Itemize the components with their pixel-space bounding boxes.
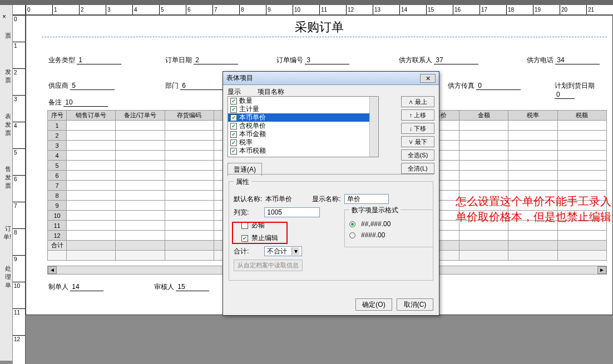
list-item[interactable]: ✔主计量 bbox=[228, 105, 378, 113]
label-fmt2: ####.00 bbox=[361, 231, 385, 239]
annotation-text: 怎么设置这个单价不能手工录入，单价取价格本，但是也禁止编辑。 bbox=[456, 193, 613, 225]
combo-sum[interactable]: 不合计▾ bbox=[264, 246, 302, 256]
chevron-down-icon: ▾ bbox=[291, 247, 299, 255]
value: 0 bbox=[555, 91, 575, 99]
checkbox-icon[interactable]: ✔ bbox=[230, 106, 237, 113]
checkbox-icon[interactable]: ✔ bbox=[230, 123, 237, 129]
value: 10 bbox=[63, 98, 108, 107]
value: 1 bbox=[77, 56, 121, 64]
dialog-titlebar[interactable]: 表体项目 ✕ bbox=[223, 72, 439, 85]
label: 业务类型 bbox=[48, 56, 75, 65]
close-icon[interactable]: ✕ bbox=[420, 74, 436, 83]
value: 0 bbox=[476, 82, 521, 90]
ok-button[interactable]: 确定(O) bbox=[355, 298, 392, 311]
field-orderno[interactable]: 订单编号 3 bbox=[276, 56, 349, 65]
btn-readcustom: 从自定档案中读取信息 bbox=[234, 260, 303, 271]
label: 订单编号 bbox=[276, 56, 303, 65]
radio-fmt1[interactable] bbox=[349, 221, 355, 227]
ruler-vertical: 0123456789101112 bbox=[13, 15, 26, 364]
label: 审核人 bbox=[154, 283, 174, 291]
highlight-box bbox=[232, 222, 288, 244]
ruler-corner bbox=[13, 5, 26, 15]
value: 37 bbox=[434, 56, 478, 64]
list-scrollbar[interactable] bbox=[369, 97, 378, 157]
btn-bottom[interactable]: ∨ 最下 bbox=[401, 136, 434, 147]
value: 3 bbox=[305, 56, 349, 64]
btn-up[interactable]: ↑ 上移 bbox=[401, 109, 434, 121]
btn-selectall[interactable]: 全选(S) bbox=[401, 149, 434, 161]
list-item[interactable]: ✔本币单价 bbox=[228, 113, 378, 122]
btn-down[interactable]: ↓ 下移 bbox=[401, 123, 434, 134]
ruler-horizontal: 012345678910111213141516171819202122 bbox=[26, 5, 613, 15]
col-show: 显示 bbox=[228, 87, 241, 97]
input-colwidth[interactable] bbox=[264, 207, 320, 217]
dialog-title: 表体项目 bbox=[226, 73, 253, 83]
checkbox-icon[interactable]: ✔ bbox=[230, 114, 237, 121]
cancel-button[interactable]: 取消(C) bbox=[397, 298, 433, 311]
label: 计划到货日期 bbox=[555, 81, 595, 91]
dialog-footer: 确定(O) 取消(C) bbox=[355, 298, 433, 311]
label-defname: 默认名称: bbox=[234, 195, 262, 204]
label: 部门 bbox=[165, 81, 179, 91]
field-list[interactable]: ✔数量✔主计量✔本币单价✔含税单价✔本币金额✔税率✔本币税额 bbox=[228, 96, 379, 157]
value: 14 bbox=[70, 283, 103, 291]
group-legend: 属性 bbox=[234, 177, 251, 187]
window-titlebar bbox=[0, 0, 613, 5]
value: 34 bbox=[555, 56, 600, 64]
label: 供应商 bbox=[48, 81, 68, 91]
side-item[interactable]: 订单! bbox=[0, 191, 12, 242]
label-fmt1: ##,###.00 bbox=[361, 220, 390, 228]
field-biztype[interactable]: 业务类型 1 bbox=[48, 56, 121, 65]
field-planarr[interactable]: 计划到货日期 0 bbox=[555, 81, 612, 99]
field-preparer[interactable]: 制单人 14 bbox=[48, 282, 103, 292]
field-contact[interactable]: 供方联系人 37 bbox=[399, 56, 478, 65]
side-item[interactable]: 票 bbox=[0, 5, 12, 41]
field-supplier[interactable]: 供应商 5 bbox=[48, 81, 115, 91]
label-colwidth: 列宽: bbox=[234, 208, 249, 217]
checkbox-icon[interactable]: ✔ bbox=[230, 131, 237, 138]
checkbox-icon[interactable]: ✔ bbox=[230, 148, 237, 154]
value: 6 bbox=[180, 82, 225, 90]
label: 供方传真 bbox=[448, 81, 474, 91]
value: 2 bbox=[194, 56, 238, 64]
label-sum: 合计: bbox=[234, 247, 249, 256]
list-item[interactable]: ✔税率 bbox=[228, 138, 378, 147]
radio-fmt2[interactable] bbox=[349, 232, 355, 238]
field-checker[interactable]: 审核人 15 bbox=[154, 282, 209, 292]
field-fax[interactable]: 供方传真 0 bbox=[448, 81, 521, 91]
list-item[interactable]: ✔数量 bbox=[228, 97, 378, 105]
combo-value: 不合计 bbox=[267, 247, 287, 256]
value-defname: 本币单价 bbox=[265, 195, 292, 204]
checkbox-icon[interactable]: ✔ bbox=[230, 139, 237, 146]
field-dept[interactable]: 部门 6 bbox=[165, 81, 225, 91]
checkbox-icon[interactable]: ✔ bbox=[230, 98, 237, 104]
list-item[interactable]: ✔本币税额 bbox=[228, 147, 378, 155]
list-item[interactable]: ✔本币金额 bbox=[228, 130, 378, 138]
value: 5 bbox=[70, 82, 115, 90]
numformat-group: 数字项显示格式 ##,###.00 ####.00 bbox=[344, 210, 433, 247]
label: 供方联系人 bbox=[399, 56, 432, 65]
col-name: 项目名称 bbox=[258, 87, 284, 97]
side-item[interactable]: 处理单 bbox=[0, 242, 12, 291]
label: 备注 bbox=[48, 98, 62, 107]
list-item[interactable]: ✔含税单价 bbox=[228, 122, 378, 130]
btn-top[interactable]: ∧ 最上 bbox=[401, 96, 434, 107]
scroll-right-icon[interactable]: ► bbox=[597, 266, 606, 274]
list-item-label: 本币税额 bbox=[239, 146, 266, 156]
side-item[interactable]: 表发票 bbox=[0, 86, 12, 138]
input-dispname[interactable] bbox=[344, 194, 389, 204]
reorder-buttons: ∧ 最上 ↑ 上移 ↓ 下移 ∨ 最下 全选(S) 全清(L) bbox=[401, 96, 434, 174]
side-panel: × 票 发票 表发票 售发票 订单! 处理单 bbox=[0, 5, 13, 361]
document-title: 采购订单 bbox=[26, 19, 612, 36]
dash-separator bbox=[42, 37, 607, 37]
field-phone[interactable]: 供方电话 34 bbox=[527, 56, 600, 65]
field-remark[interactable]: 备注 10 bbox=[48, 98, 108, 107]
side-item[interactable]: 发票 bbox=[0, 41, 12, 86]
side-item[interactable]: 售发票 bbox=[0, 138, 12, 191]
group-legend: 数字项显示格式 bbox=[349, 206, 401, 215]
column-settings-dialog: 表体项目 ✕ 显示 项目名称 ✔数量✔主计量✔本币单价✔含税单价✔本币金额✔税率… bbox=[223, 71, 439, 316]
close-x-icon[interactable]: × bbox=[2, 13, 6, 21]
scroll-left-icon[interactable]: ◄ bbox=[48, 266, 57, 274]
field-orderdate[interactable]: 订单日期 2 bbox=[165, 56, 238, 65]
value: 15 bbox=[176, 283, 209, 291]
